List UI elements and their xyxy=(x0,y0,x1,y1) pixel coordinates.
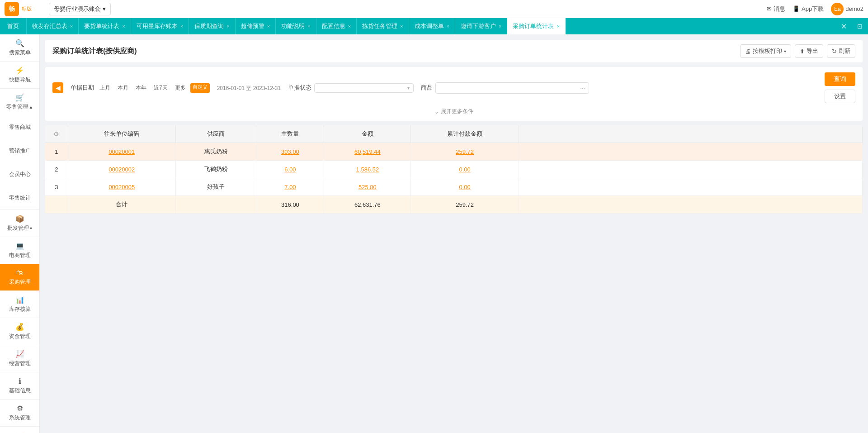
sidebar-item-shortcut[interactable]: ⚡ 快捷导航 xyxy=(0,62,39,88)
export-icon: ⬆ xyxy=(800,48,805,55)
sidebar-item-member[interactable]: 会员中心 xyxy=(0,162,39,186)
cell-amount[interactable]: 1,586.52 xyxy=(324,161,411,178)
status-select[interactable]: ▾ xyxy=(314,83,414,93)
table-row: 200020002飞鹤奶粉6.001,586.520.00 xyxy=(45,161,863,178)
tab-baozhanqixiachaxun-close[interactable]: × xyxy=(226,24,229,29)
export-button[interactable]: ⬆ 导出 xyxy=(795,44,823,58)
table-container: ⚙ 往来单位编码 供应商 主数量 金额 累计付款金额 100020001惠氏奶粉… xyxy=(45,125,863,214)
tab-chengbentiaoz[interactable]: 成本调整单 × xyxy=(409,18,455,34)
sidebar-item-ecommerce[interactable]: 💻 电商管理 xyxy=(0,237,39,264)
cell-amount[interactable]: 525.80 xyxy=(324,178,411,196)
settings-button[interactable]: 设置 xyxy=(825,90,855,103)
filter-status-item: 单据状态 ▾ xyxy=(288,83,414,93)
sidebar-item-retail-mall[interactable]: 零售商城 xyxy=(0,115,39,139)
tab-yaohuodantongji-close[interactable]: × xyxy=(122,24,125,29)
tab-tuohuo-close[interactable]: × xyxy=(400,24,403,29)
tab-yaoqingxiayouke-close[interactable]: × xyxy=(499,24,501,29)
sidebar-item-system[interactable]: ⚙ 系统管理 xyxy=(0,400,39,426)
filter-toggle-button[interactable]: ◀ xyxy=(52,82,63,93)
print-button[interactable]: 🖨 按模板打印 ▾ xyxy=(740,44,791,58)
tab-chengbentiaoz-close[interactable]: × xyxy=(447,24,449,29)
sidebar-item-finance-label: 资金管理 xyxy=(9,333,31,340)
page-actions: 🖨 按模板打印 ▾ ⬆ 导出 ↻ 刷新 xyxy=(740,44,855,58)
date-shortcut-more[interactable]: 更多 xyxy=(172,83,189,93)
cell-qty[interactable]: 7.00 xyxy=(256,178,324,196)
cell-qty[interactable]: 6.00 xyxy=(256,161,324,178)
tab-gongnengshuo[interactable]: 功能说明 × xyxy=(276,18,316,34)
cell-code[interactable]: 00020005 xyxy=(68,178,176,196)
query-button[interactable]: 查询 xyxy=(825,72,855,86)
sidebar-item-enterprise[interactable]: 🤝 企业协同 xyxy=(0,427,39,433)
nav-maximize-btn[interactable]: ⊡ xyxy=(852,18,868,34)
tab-yaoqingxiayouke-label: 邀请下游客户 xyxy=(461,22,496,30)
tab-peizhi[interactable]: 配置信息 × xyxy=(316,18,357,34)
sidebar-item-purchase[interactable]: 🛍 采购管理 xyxy=(0,264,39,290)
tab-yaohuodantongji[interactable]: 要货单统计表 × xyxy=(79,18,131,34)
main-content: 采购订单统计表(按供应商) 🖨 按模板打印 ▾ ⬆ 导出 ↻ 刷新 xyxy=(40,34,868,433)
cell-code[interactable]: 00020002 xyxy=(68,161,176,178)
sidebar-item-basic-info[interactable]: ℹ 基础信息 xyxy=(0,372,39,399)
app-download-btn[interactable]: 📱 App下载 xyxy=(793,5,824,13)
chevron-wholesale-icon: ▾ xyxy=(30,226,32,231)
cell-paid[interactable]: 259.72 xyxy=(411,143,519,161)
workspace-selector[interactable]: 母婴行业演示账套 ▾ xyxy=(49,3,111,15)
sidebar-item-basic-info-label: 基础信息 xyxy=(9,387,31,395)
cell-qty[interactable]: 303.00 xyxy=(256,143,324,161)
cell-amount[interactable]: 60,519.44 xyxy=(324,143,411,161)
sidebar-item-marketing[interactable]: 营销推广 xyxy=(0,139,39,162)
nav-close-all-btn[interactable]: ✕ xyxy=(835,18,852,34)
refresh-button[interactable]: ↻ 刷新 xyxy=(827,44,855,58)
sidebar-section-wholesale: 📦 批发管理 ▾ xyxy=(0,210,39,237)
tab-shoufahuizongtable[interactable]: 收发存汇总表 × xyxy=(27,18,79,34)
col-header-settings[interactable]: ⚙ xyxy=(45,125,68,143)
info-icon: ℹ xyxy=(19,377,21,385)
date-shortcut-last-month[interactable]: 上月 xyxy=(97,83,113,93)
user-profile[interactable]: Ea demo2 xyxy=(831,3,863,15)
date-shortcut-7days[interactable]: 近7天 xyxy=(151,83,170,93)
tab-shoufahuizongtable-close[interactable]: × xyxy=(70,24,73,29)
tab-baozhanqixiachaxun[interactable]: 保质期查询 × xyxy=(189,18,235,34)
tab-peizhi-label: 配置信息 xyxy=(322,22,345,30)
col-header-supplier: 供应商 xyxy=(176,125,256,143)
date-custom-badge[interactable]: 自定义 xyxy=(190,83,210,93)
table-row: 300020005好孩子7.00525.800.00 xyxy=(45,178,863,196)
cell-paid[interactable]: 0.00 xyxy=(411,161,519,178)
footer-label: 合计 xyxy=(68,196,176,214)
sidebar-item-shortcut-label: 快捷导航 xyxy=(9,76,31,84)
refresh-icon: ↻ xyxy=(832,48,837,55)
message-btn[interactable]: ✉ 消息 xyxy=(767,5,785,13)
sidebar-item-inventory[interactable]: 📊 库存核算 xyxy=(0,291,39,318)
cart-icon: 🛒 xyxy=(15,93,24,102)
tab-home[interactable]: 首页 xyxy=(0,18,27,34)
sidebar: 🔍 搜索菜单 ⚡ 快捷导航 🛒 零售管理 ▲ 零售商城 营销推广 xyxy=(0,34,40,433)
cell-paid[interactable]: 0.00 xyxy=(411,178,519,196)
cell-index: 3 xyxy=(45,178,68,196)
tab-peizhi-close[interactable]: × xyxy=(348,24,351,29)
tab-chaochuyu-close[interactable]: × xyxy=(267,24,270,29)
date-shortcut-this-year[interactable]: 本年 xyxy=(133,83,149,93)
tab-tuohuo[interactable]: 拣货任务管理 × xyxy=(357,18,409,34)
sidebar-item-wholesale[interactable]: 📦 批发管理 ▾ xyxy=(0,210,39,237)
goods-input[interactable]: ··· xyxy=(435,82,589,94)
tab-keyongliangkucuzhangben[interactable]: 可用量库存账本 × xyxy=(131,18,189,34)
expand-conditions[interactable]: ⌄ 展开更多条件 xyxy=(52,108,855,115)
sidebar-item-operations[interactable]: 📈 经营管理 xyxy=(0,345,39,372)
tab-chaochuyu[interactable]: 超储预警 × xyxy=(236,18,276,34)
tab-yaoqingxiayouke[interactable]: 邀请下游客户 × xyxy=(455,18,507,34)
tab-keyongliangkucuzhangben-close[interactable]: × xyxy=(180,24,183,29)
sidebar-item-search[interactable]: 🔍 搜索菜单 xyxy=(0,34,39,61)
date-shortcut-this-month[interactable]: 本月 xyxy=(115,83,131,93)
sidebar-section-retail: 🛒 零售管理 ▲ 零售商城 营销推广 会员中心 零售统计 xyxy=(0,89,39,210)
sidebar-section-search: 🔍 搜索菜单 xyxy=(0,34,39,62)
tab-gongnengshuo-close[interactable]: × xyxy=(307,24,310,29)
cell-code[interactable]: 00020001 xyxy=(68,143,176,161)
tab-caigoudantongji[interactable]: 采购订单统计表 × xyxy=(507,18,565,34)
footer-paid: 259.72 xyxy=(411,196,519,214)
sidebar-item-system-label: 系统管理 xyxy=(9,414,31,422)
sidebar-item-retail-stat[interactable]: 零售统计 xyxy=(0,186,39,209)
sidebar-item-retail[interactable]: 🛒 零售管理 ▲ xyxy=(0,89,39,115)
sidebar-item-finance[interactable]: 💰 资金管理 xyxy=(0,318,39,345)
date-to: 2023-12-31 xyxy=(253,85,281,91)
tab-caigoudantongji-close[interactable]: × xyxy=(557,24,559,29)
sidebar-section-operations: 📈 经营管理 xyxy=(0,345,39,372)
